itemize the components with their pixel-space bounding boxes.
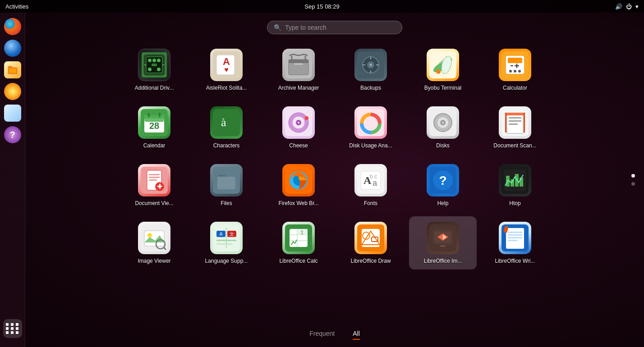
tab-all[interactable]: All — [353, 330, 360, 340]
svg-point-54 — [305, 116, 308, 120]
svg-text:à: à — [221, 116, 226, 129]
app-item-byobu-terminal[interactable]: Byobu Terminal — [409, 43, 477, 96]
svg-text:28: 28 — [149, 121, 159, 131]
app-item-additional-drivers[interactable]: Additional Driv... — [120, 43, 188, 96]
app-item-libreoffice-writer[interactable]: LibreOffice Wri... — [481, 216, 549, 269]
app-icon-document-viewer — [138, 164, 170, 196]
app-item-files[interactable]: Files — [193, 159, 260, 212]
app-item-libreoffice-calc[interactable]: ∑ LibreOffice Calc — [265, 216, 332, 269]
app-item-fonts[interactable]: A a b c Fonts — [337, 159, 405, 212]
app-icon-cheese — [282, 106, 315, 139]
dock-item-files[interactable] — [3, 60, 22, 79]
app-label-characters: Characters — [213, 142, 240, 149]
app-label-disk-usage: Disk Usage Ana... — [349, 142, 392, 149]
main-content: 🔍 Additional Driv... A ♥ AisleRiot Sol — [25, 13, 644, 347]
svg-point-38 — [518, 70, 521, 73]
thunderbird-icon — [4, 40, 21, 57]
svg-point-53 — [298, 122, 299, 123]
dock-item-thunderbird[interactable] — [3, 39, 22, 58]
svg-text:♥: ♥ — [224, 66, 229, 73]
app-icon-firefox — [282, 164, 315, 196]
app-label-document-viewer: Document Vie... — [135, 200, 173, 206]
svg-rect-18 — [294, 63, 303, 65]
app-item-libreoffice-draw[interactable]: LibreOffice Draw — [337, 216, 405, 269]
app-item-document-scanner[interactable]: Document Scan... — [481, 101, 549, 154]
clock: Sep 15 08:29 — [304, 3, 339, 10]
topbar: Activities Sep 15 08:29 🔊 ⏻ ▾ — [0, 0, 644, 13]
svg-rect-67 — [509, 123, 518, 125]
app-item-characters[interactable]: à Characters — [193, 101, 260, 154]
app-icon-disks — [427, 106, 459, 139]
app-label-disks: Disks — [436, 142, 449, 149]
app-icon-htop — [499, 164, 531, 196]
app-icon-calendar: ○○○○○○○ 28 — [138, 106, 170, 139]
app-item-htop[interactable]: Htop — [481, 159, 549, 212]
svg-rect-46 — [159, 113, 161, 117]
app-item-help[interactable]: ? Help — [409, 159, 477, 212]
app-item-cheese[interactable]: Cheese — [265, 101, 332, 154]
app-icon-additional-drivers — [138, 49, 170, 81]
search-container: 🔍 — [267, 21, 402, 34]
app-item-language-support[interactable]: A 文 Language Supp... — [193, 216, 260, 269]
svg-point-62 — [442, 122, 444, 123]
app-icon-calculator — [499, 49, 531, 81]
app-icon-files — [210, 164, 243, 196]
app-icon-characters: à — [210, 106, 243, 139]
app-label-calendar: Calendar — [143, 142, 166, 149]
svg-rect-75 — [149, 179, 157, 181]
app-item-calendar[interactable]: ○○○○○○○ 28 Calendar — [120, 101, 188, 154]
app-label-libreoffice-writer: LibreOffice Wri... — [495, 258, 535, 264]
dock-item-rhythmbox[interactable] — [3, 82, 22, 101]
svg-rect-47 — [213, 109, 240, 136]
app-item-archive-manager[interactable]: Archive Manager — [265, 43, 332, 96]
app-icon-language-support: A 文 — [210, 222, 243, 254]
svg-rect-129 — [438, 247, 447, 248]
files-icon — [4, 61, 21, 78]
app-item-firefox[interactable]: Firefox Web Br... — [265, 159, 332, 212]
page-dots — [631, 174, 635, 186]
volume-icon[interactable]: 🔊 — [615, 3, 622, 10]
activities-button[interactable]: Activities — [5, 3, 28, 10]
svg-text:b c: b c — [370, 174, 377, 180]
app-label-cheese: Cheese — [289, 142, 308, 149]
app-item-backups[interactable]: Backups — [337, 43, 405, 96]
dock-item-libreoffice[interactable] — [3, 104, 22, 123]
app-label-help: Help — [437, 200, 449, 206]
app-item-libreoffice-impress[interactable]: LibreOffice Im... — [409, 216, 477, 269]
svg-rect-8 — [152, 64, 157, 66]
svg-point-5 — [157, 59, 161, 62]
app-item-calculator[interactable]: Calculator — [481, 43, 549, 96]
svg-point-37 — [514, 70, 516, 73]
svg-rect-69 — [505, 113, 506, 132]
svg-rect-2 — [146, 57, 162, 73]
apps-grid: Additional Driv... A ♥ AisleRiot Solita.… — [111, 43, 558, 269]
app-item-document-viewer[interactable]: Document Vie... — [120, 159, 188, 212]
settings-icon[interactable]: ▾ — [635, 3, 639, 10]
app-label-htop: Htop — [509, 200, 520, 206]
svg-rect-65 — [509, 117, 521, 119]
search-input[interactable] — [285, 24, 396, 31]
show-apps-button[interactable] — [3, 319, 22, 338]
search-icon: 🔍 — [274, 24, 281, 31]
app-icon-document-scanner — [499, 106, 531, 139]
app-icon-libreoffice-writer — [499, 222, 531, 254]
svg-rect-134 — [508, 237, 522, 238]
app-icon-libreoffice-impress — [427, 222, 459, 254]
app-label-language-support: Language Supp... — [205, 258, 248, 264]
app-item-aisleriot[interactable]: A ♥ AisleRiot Solita... — [193, 43, 260, 96]
page-dot-1[interactable] — [631, 174, 635, 178]
app-icon-archive-manager — [282, 49, 315, 81]
tab-frequent[interactable]: Frequent — [309, 330, 335, 340]
app-item-disks[interactable]: Disks — [409, 101, 477, 154]
rhythmbox-icon — [4, 83, 21, 100]
app-item-disk-usage[interactable]: Disk Usage Ana... — [337, 101, 405, 154]
svg-text:?: ? — [439, 174, 446, 187]
dock-item-help[interactable]: ? — [3, 125, 22, 144]
libreoffice-icon — [4, 105, 21, 122]
app-item-image-viewer[interactable]: Image Viewer — [120, 216, 188, 269]
power-icon[interactable]: ⏻ — [626, 3, 632, 10]
dock-item-firefox[interactable] — [3, 17, 22, 36]
app-label-image-viewer: Image Viewer — [138, 258, 170, 264]
page-dot-2[interactable] — [631, 182, 635, 186]
app-icon-libreoffice-calc: ∑ — [282, 222, 315, 254]
